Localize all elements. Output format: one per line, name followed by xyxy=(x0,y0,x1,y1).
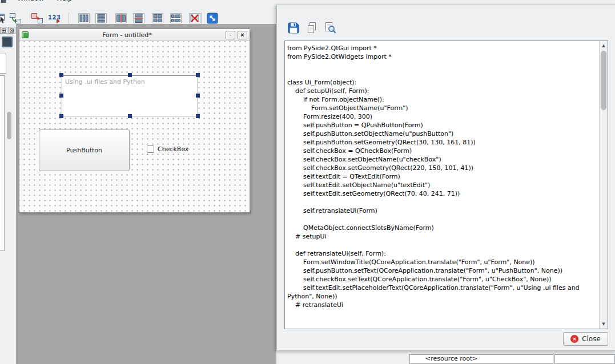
form-window-title: Form - untitled* xyxy=(31,31,223,39)
side-toolbar-icon[interactable] xyxy=(2,37,13,47)
find-button[interactable] xyxy=(323,21,337,35)
layout-horizontal-splitter-icon xyxy=(114,11,128,25)
scroll-up-icon[interactable]: ▲ xyxy=(600,42,608,50)
menu-help[interactable]: Help xyxy=(57,0,72,2)
mdi-restore-button[interactable]: ⊞ xyxy=(0,27,7,34)
save-icon xyxy=(287,21,300,35)
find-icon xyxy=(323,21,337,35)
layout-vertically-icon xyxy=(94,11,108,25)
mdi-close-button[interactable]: ⊠ xyxy=(8,27,15,34)
resource-panel-fragment xyxy=(554,354,615,364)
dock-fragment xyxy=(0,54,6,74)
code-preview-dialog: from PySide2.QtGui import * from PySide2… xyxy=(276,5,615,351)
layout-horizontally-icon xyxy=(77,11,91,25)
selection-handle[interactable] xyxy=(128,114,132,118)
qt-designer-screen: Window Help xyxy=(0,0,615,364)
checkbox-indicator[interactable] xyxy=(147,145,154,153)
dialog-close-button[interactable]: × Close xyxy=(563,332,608,346)
tab-order-arrow-icon xyxy=(57,19,60,23)
selection-handle[interactable] xyxy=(196,73,200,77)
code-text: from PySide2.QtGui import * from PySide2… xyxy=(285,41,599,329)
layout-form-icon xyxy=(169,11,183,25)
toolbar-separator xyxy=(201,13,202,25)
close-button-label: Close xyxy=(582,335,601,343)
textedit-widget[interactable]: Using .ui files and Python xyxy=(62,75,198,116)
copy-button[interactable] xyxy=(304,21,319,35)
edit-widgets-icon xyxy=(0,11,7,25)
checkbox-label: CheckBox xyxy=(158,145,188,153)
resource-root-item[interactable]: <resource root> xyxy=(425,355,478,362)
layout-grid-icon xyxy=(151,11,164,25)
selection-handle[interactable] xyxy=(196,94,200,98)
selection-handle[interactable] xyxy=(128,73,132,77)
selection-handle[interactable] xyxy=(59,94,63,98)
selection-handle[interactable] xyxy=(196,114,200,118)
resource-tree-fragment[interactable]: <resource root> xyxy=(409,354,553,364)
dialog-close-icon: × xyxy=(570,335,578,343)
layout-vertical-splitter-icon xyxy=(132,11,146,25)
form-close-button[interactable]: × xyxy=(238,31,247,39)
adjust-size-icon xyxy=(206,11,219,25)
form-designer-window: Form - untitled* - × Using .ui files and… xyxy=(19,29,250,213)
copy-icon xyxy=(305,21,319,35)
menu-window[interactable]: Window xyxy=(17,0,44,2)
edit-buddies-icon xyxy=(30,11,44,25)
menubar-icon xyxy=(1,0,6,3)
edit-signals-slots-icon xyxy=(9,11,22,25)
checkbox-widget[interactable]: CheckBox xyxy=(147,145,188,153)
selection-handle[interactable] xyxy=(59,73,63,77)
vertical-scrollbar[interactable]: ▲ ▼ xyxy=(599,41,608,329)
toolbar-separator xyxy=(69,13,69,25)
textedit-placeholder: Using .ui files and Python xyxy=(62,76,198,88)
break-layout-icon xyxy=(188,11,202,25)
form-window-titlebar[interactable]: Form - untitled* - × xyxy=(19,29,250,41)
code-view[interactable]: from PySide2.QtGui import * from PySide2… xyxy=(284,41,608,329)
edit-widgets-button[interactable] xyxy=(0,11,8,26)
scroll-down-icon[interactable]: ▼ xyxy=(600,320,608,328)
pushbutton-widget[interactable]: PushButton xyxy=(39,130,130,171)
dock-scrollbar-fragment[interactable] xyxy=(7,112,11,139)
dock-fragment xyxy=(0,75,5,251)
form-canvas[interactable]: Using .ui files and Python PushButton Ch… xyxy=(19,41,250,212)
scrollbar-thumb[interactable] xyxy=(601,51,606,110)
form-file-icon xyxy=(22,31,29,38)
save-button[interactable] xyxy=(286,21,301,35)
form-minimize-button[interactable]: - xyxy=(226,31,235,39)
selection-handle[interactable] xyxy=(59,114,63,118)
